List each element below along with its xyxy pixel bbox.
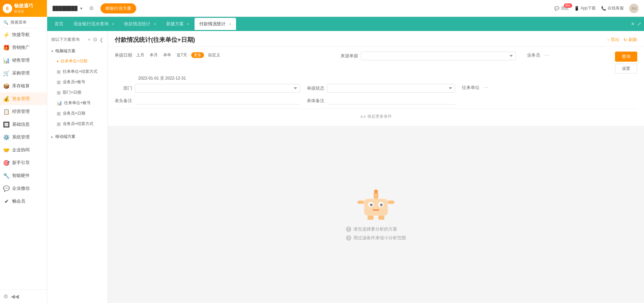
query-button[interactable]: 查询 bbox=[615, 52, 637, 62]
topbar-right: 💬 消息 99+ 📱 App下载 📞 在线客服 Rit bbox=[554, 4, 639, 13]
footer-settings-icon[interactable]: ⚙ bbox=[3, 293, 8, 300]
basic-icon: 🔲 bbox=[3, 121, 9, 127]
search-menu[interactable]: 🔍 搜索菜单 bbox=[0, 17, 47, 28]
staff-dots[interactable]: ··· bbox=[544, 52, 549, 59]
source-bill-select[interactable] bbox=[361, 52, 516, 60]
export-button[interactable]: ↑ 导出 bbox=[607, 37, 620, 43]
scheme-mobile-group-header[interactable]: ▸ 移动端方案 bbox=[47, 132, 108, 142]
avatar[interactable]: Rit bbox=[629, 4, 639, 13]
svg-point-2 bbox=[374, 189, 378, 193]
sidebar-label-inventory: 库存核算 bbox=[12, 83, 30, 89]
date-opt-last-month[interactable]: 上月 bbox=[135, 52, 146, 59]
scheme-item-unit-date[interactable]: ● 往来单位+日期 bbox=[47, 56, 108, 66]
scheme-icon-4: 📊 bbox=[57, 100, 62, 105]
table-head-note-group: 表头备注 bbox=[115, 97, 300, 104]
sidebar-item-wechat[interactable]: 💬 企业微信 bbox=[0, 182, 47, 195]
tab-receivable[interactable]: 收款情况统计 × bbox=[119, 18, 160, 30]
sidebar-item-member[interactable]: ✔ 畅会员 bbox=[0, 195, 47, 208]
source-bill-group: 来源单据 bbox=[341, 52, 516, 60]
related-unit-dots[interactable]: ··· bbox=[484, 84, 489, 91]
svg-point-6 bbox=[380, 204, 383, 206]
staff-label: 业务员 bbox=[523, 52, 540, 58]
dept-select[interactable] bbox=[135, 84, 300, 93]
sidebar-item-corp[interactable]: 🤝 企业协同 bbox=[0, 144, 47, 156]
table-head-note-input[interactable] bbox=[135, 97, 300, 104]
online-service-button[interactable]: 📞 在线客服 bbox=[601, 5, 624, 11]
scheme-settings-icon[interactable]: ⚙ bbox=[93, 36, 97, 43]
svg-rect-10 bbox=[368, 216, 374, 220]
scheme-item-unit-settlement[interactable]: ▦ 往来单位+结算方式 bbox=[47, 66, 108, 77]
sidebar-label-hardware: 智能硬件 bbox=[12, 173, 30, 179]
scheme-collapse-icon[interactable]: ❮ bbox=[99, 37, 104, 42]
scheme-item-dept-date[interactable]: ▦ 部门+日期 bbox=[47, 87, 108, 98]
bill-status-select[interactable] bbox=[327, 84, 455, 93]
scheme-item-staff-settlement[interactable]: ▦ 业务员+结算方式 bbox=[47, 119, 108, 129]
date-opt-this-year[interactable]: 本年 bbox=[162, 52, 173, 59]
app-download-button[interactable]: 📱 App下载 bbox=[574, 5, 596, 11]
scheme-item-unit-account[interactable]: 📊 往来单位+账号 bbox=[47, 98, 108, 108]
tab-payment-close[interactable]: × bbox=[229, 22, 231, 26]
sidebar-item-quick-nav[interactable]: ⚡ 快捷导航 bbox=[0, 28, 47, 41]
empty-area: 1 请先选择要分析的方案 2 用过滤条件来缩小分析范围 bbox=[108, 126, 644, 303]
scheme-icon-3: ▦ bbox=[57, 90, 61, 95]
footer-collapse-icon[interactable]: ◀◀ bbox=[11, 293, 19, 300]
scheme-item-staff-account-label: 业务员+账号 bbox=[63, 79, 85, 85]
tab-home[interactable]: 首页 bbox=[50, 18, 68, 30]
table-head-note-label: 表头备注 bbox=[115, 98, 132, 104]
sidebar-item-hardware[interactable]: 🔧 智能硬件 bbox=[0, 169, 47, 182]
topbar-gear-icon[interactable]: ⚙ bbox=[89, 5, 94, 11]
refresh-button[interactable]: ↻ 刷新 bbox=[623, 37, 637, 43]
export-icon: ↑ bbox=[607, 37, 610, 42]
sidebar-item-operation[interactable]: 📋 经营管理 bbox=[0, 105, 47, 118]
scheme-item-staff-date[interactable]: ▦ 业务员+日期 bbox=[47, 108, 108, 119]
tabbar-expand-icon[interactable]: ⤢ bbox=[637, 21, 641, 27]
scheme-panel-actions: + ⚙ ❮ bbox=[88, 36, 104, 43]
sidebar-item-sales[interactable]: 📊 销售管理 bbox=[0, 54, 47, 67]
message-button[interactable]: 💬 消息 99+ bbox=[554, 5, 569, 11]
demo-button[interactable]: 体验行业方案 bbox=[100, 3, 136, 13]
scheme-pc-group-header[interactable]: ▾ 电脑端方案 bbox=[47, 46, 108, 56]
company-dropdown-arrow[interactable]: ▾ bbox=[80, 6, 82, 11]
date-opt-more[interactable]: 更多 bbox=[191, 52, 204, 58]
sidebar-item-finance[interactable]: 💰 资金管理 bbox=[0, 92, 47, 105]
date-opt-7days[interactable]: 近7天 bbox=[175, 52, 188, 59]
sidebar-label-basic: 基础信息 bbox=[12, 121, 30, 127]
sidebar-header: 6 畅捷通巧 标准版 bbox=[0, 0, 47, 17]
tabbar-close-icon[interactable]: × bbox=[631, 21, 635, 28]
tab-payment[interactable]: 付款情况统计 × bbox=[195, 18, 236, 30]
sidebar-label-purchase: 采购管理 bbox=[12, 70, 30, 76]
content-area: 付款情况统计(往来单位+日期) ↑ 导出 ↻ 刷新 bbox=[108, 31, 644, 303]
sidebar-item-basic[interactable]: 🔲 基础信息 bbox=[0, 118, 47, 131]
sidebar-item-system[interactable]: ⚙️ 系统管理 bbox=[0, 131, 47, 144]
tab-cashflow[interactable]: 现金银行流水查询 × bbox=[69, 18, 119, 30]
tab-cashflow-close[interactable]: × bbox=[112, 22, 114, 26]
date-opt-this-month[interactable]: 本月 bbox=[148, 52, 159, 59]
collapse-label: 收起更多条件 bbox=[368, 114, 392, 119]
bill-status-label: 单据状态 bbox=[307, 85, 324, 91]
scheme-icon-6: ▦ bbox=[57, 121, 61, 126]
sidebar-label-system: 系统管理 bbox=[12, 134, 30, 140]
scheme-pc-group: ▾ 电脑端方案 ● 往来单位+日期 ▦ 往来单位+结算方式 ▦ 业务员+账号 ▦ bbox=[47, 45, 108, 130]
scheme-add-icon[interactable]: + bbox=[88, 37, 91, 43]
sidebar-item-purchase[interactable]: 🛒 采购管理 bbox=[0, 67, 47, 80]
filter-area: 单据日期 上月 本月 本年 近7天 更多 自定义 来源单据 bbox=[108, 47, 644, 126]
tab-newscheme[interactable]: 新建方案 × bbox=[162, 18, 194, 30]
tab-newscheme-close[interactable]: × bbox=[187, 22, 189, 26]
related-unit-group: 往来单位 ··· bbox=[462, 84, 610, 91]
scheme-mobile-group: ▸ 移动端方案 bbox=[47, 130, 108, 143]
sidebar-label-wechat: 企业微信 bbox=[12, 185, 30, 191]
date-opt-custom[interactable]: 自定义 bbox=[207, 52, 222, 59]
collapse-more-button[interactable]: ∧∧ 收起更多条件 bbox=[360, 112, 392, 121]
scheme-item-staff-account[interactable]: ▦ 业务员+账号 bbox=[47, 77, 108, 87]
setting-button[interactable]: 设置 bbox=[615, 64, 637, 73]
tab-receivable-label: 收款情况统计 bbox=[124, 21, 150, 27]
table-body-note-label: 表体备注 bbox=[307, 98, 324, 104]
table-body-note-input[interactable] bbox=[327, 97, 455, 104]
sidebar-item-marketing[interactable]: 🎁 营销推广 bbox=[0, 41, 47, 54]
message-badge: 99+ bbox=[564, 3, 572, 8]
tab-receivable-close[interactable]: × bbox=[154, 22, 156, 26]
related-unit-label: 往来单位 bbox=[462, 85, 479, 91]
sidebar-item-guide[interactable]: 🎯 新手引导 bbox=[0, 156, 47, 169]
avatar-text: Rit bbox=[632, 6, 636, 10]
sidebar-item-inventory[interactable]: 📦 库存核算 bbox=[0, 80, 47, 92]
